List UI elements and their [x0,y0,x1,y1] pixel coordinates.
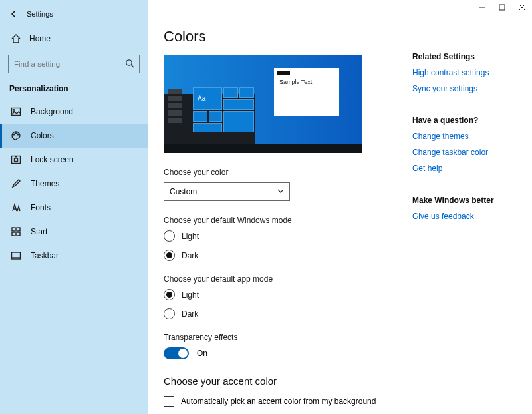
sidebar-item-label: Fonts [31,203,51,212]
sidebar-item-label: Colors [31,131,54,140]
svg-rect-1 [499,5,505,10]
sidebar-home[interactable]: Home [0,28,148,49]
sidebar-item-themes[interactable]: Themes [0,172,148,196]
brush-icon [11,178,21,189]
link-change-taskbar-color[interactable]: Change taskbar color [412,148,519,157]
link-get-help[interactable]: Get help [412,164,519,173]
radio-label: Dark [182,251,198,260]
taskbar-icon [11,250,21,261]
choose-color-dropdown[interactable]: Custom [164,182,290,201]
sidebar-item-background[interactable]: Background [0,100,148,124]
radio-label: Light [182,290,199,300]
link-change-themes[interactable]: Change themes [412,132,519,141]
windows-mode-label: Choose your default Windows mode [164,216,399,225]
accent-auto-checkbox[interactable]: Automatically pick an accent color from … [164,396,399,407]
windows-mode-dark[interactable]: Dark [164,250,399,261]
svg-point-9 [15,133,17,134]
sidebar-item-label: Background [31,107,73,116]
preview-aa: Aa [198,95,205,102]
sidebar-item-start[interactable]: Start [0,220,148,244]
checkbox-icon [164,396,174,407]
sidebar-item-label: Taskbar [31,251,59,260]
radio-label: Dark [182,310,198,319]
accent-heading: Choose your accent color [164,375,399,387]
sidebar-item-label: Start [31,227,47,236]
svg-rect-16 [17,232,20,236]
link-feedback[interactable]: Give us feedback [412,212,519,221]
app-mode-label: Choose your default app mode [164,274,399,284]
preview-sample-text: Sample Text [274,77,339,87]
radio-icon [164,289,175,300]
svg-rect-12 [15,158,18,162]
close-button[interactable] [512,0,532,15]
windows-mode-light[interactable]: Light [164,230,399,242]
svg-point-8 [13,134,15,135]
home-icon [11,33,21,44]
search-input[interactable] [8,55,140,73]
sidebar-item-fonts[interactable]: Fonts [0,196,148,220]
preview-window: Sample Text [274,68,339,116]
radio-label: Light [182,232,199,241]
color-preview: Sample Text Aa [164,55,362,153]
transparency-label: Transparency effects [164,333,399,342]
sidebar-item-colors[interactable]: Colors [0,124,148,148]
accent-auto-label: Automatically pick an accent color from … [181,397,376,406]
start-icon [11,226,21,237]
app-title: Settings [27,10,53,18]
sidebar-item-lock-screen[interactable]: Lock screen [0,148,148,172]
transparency-state: On [197,349,207,358]
page-title: Colors [164,28,399,45]
app-mode-light[interactable]: Light [164,289,399,300]
maximize-button[interactable] [492,0,512,15]
svg-point-10 [17,134,19,135]
back-button[interactable] [8,8,20,20]
app-mode-dark[interactable]: Dark [164,308,399,319]
radio-icon [164,250,175,261]
choose-color-label: Choose your color [164,168,399,177]
question-title: Have a question? [412,116,519,125]
sidebar-item-label: Lock screen [31,155,74,164]
sidebar: Settings Home Personalization Background… [0,0,148,414]
choose-color-value: Custom [170,187,197,196]
better-title: Make Windows better [412,196,519,205]
transparency-toggle[interactable] [164,347,189,359]
svg-rect-15 [12,232,15,236]
sidebar-item-taskbar[interactable]: Taskbar [0,244,148,268]
link-sync-settings[interactable]: Sync your settings [412,84,519,93]
minimize-button[interactable] [472,0,492,15]
svg-rect-13 [12,228,15,231]
windows-mode-group: Light Dark [164,230,399,261]
sidebar-home-label: Home [29,34,51,43]
svg-rect-14 [17,228,20,231]
sidebar-section-title: Personalization [0,84,148,100]
lock-screen-icon [11,154,21,165]
svg-point-4 [126,60,132,65]
font-icon [11,202,21,213]
svg-point-7 [13,110,15,112]
radio-icon [164,308,175,319]
palette-icon [11,130,21,141]
app-mode-group: Light Dark [164,289,399,319]
related-settings-title: Related Settings [412,52,519,61]
right-pane: Related Settings High contrast settings … [412,28,519,401]
link-high-contrast[interactable]: High contrast settings [412,68,519,77]
chevron-down-icon [277,187,284,196]
search-icon [125,59,134,71]
radio-icon [164,230,175,242]
svg-line-5 [131,65,134,67]
sidebar-item-label: Themes [31,179,59,188]
picture-icon [11,106,21,117]
